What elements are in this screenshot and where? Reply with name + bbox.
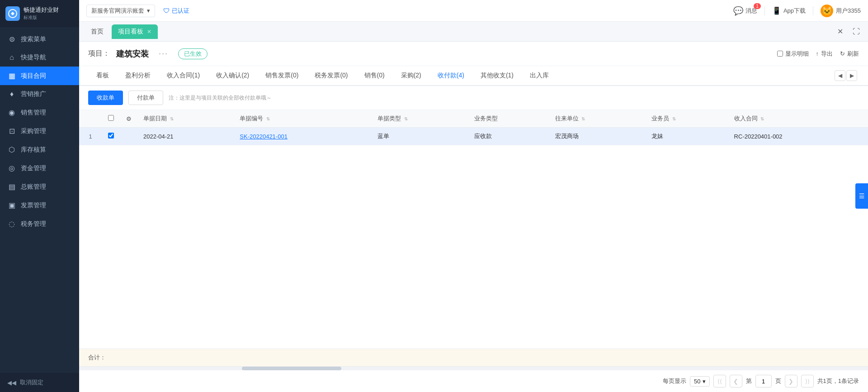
sub-tab-revenue-confirm[interactable]: 收入确认(2) bbox=[208, 66, 257, 86]
filter-bar: 收款单 付款单 注：这里是与项目关联的全部收付款单哦～ bbox=[79, 86, 868, 110]
sub-tab-warehouse[interactable]: 出入库 bbox=[522, 66, 557, 86]
row-type: 蓝单 bbox=[372, 128, 468, 145]
message-button[interactable]: 💬 消息 1 bbox=[733, 6, 757, 16]
sidebar-item-project-contract[interactable]: ▦ 项目合同 bbox=[0, 67, 79, 85]
row-partner: 宏茂商场 bbox=[550, 128, 646, 145]
topbar-right: 💬 消息 1 📱 App下载 🐱 用户3355 bbox=[733, 5, 861, 17]
col-salesperson[interactable]: 业务员 ⇅ bbox=[646, 110, 729, 128]
sidebar-item-marketing[interactable]: ♦ 营销推广 bbox=[0, 85, 79, 103]
account-selector[interactable]: 新服务官网演示账套 ▾ bbox=[86, 5, 155, 17]
project-icon: ▦ bbox=[7, 72, 16, 80]
row-checkbox-cell[interactable] bbox=[102, 128, 120, 145]
sidebar-item-search[interactable]: ⊜ 搜索菜单 bbox=[0, 30, 79, 48]
summary-label: 合计： bbox=[88, 354, 106, 362]
refresh-button[interactable]: ↻ 刷新 bbox=[840, 50, 859, 58]
show-detail-checkbox[interactable]: 显示明细 bbox=[777, 50, 809, 58]
sidebar-item-invoice-mgmt[interactable]: ▣ 发票管理 bbox=[0, 196, 79, 215]
sub-tab-revenue-contract[interactable]: 收入合同(1) bbox=[159, 66, 208, 86]
sub-tab-purchase[interactable]: 采购(2) bbox=[393, 66, 429, 86]
pagination: 每页显示 50 ▾ ⟨⟨ ❮ 第 页 ❯ ⟩⟩ 共1页，1条记录 bbox=[79, 370, 868, 392]
gear-icon[interactable]: ⚙ bbox=[126, 115, 132, 122]
page-size-select[interactable]: 50 ▾ bbox=[690, 376, 709, 387]
user-menu[interactable]: 🐱 用户3355 bbox=[821, 5, 861, 17]
topbar: 新服务官网演示账套 ▾ 🛡 已认证 💬 消息 1 📱 App下载 🐱 用 bbox=[79, 0, 868, 22]
sidebar-item-label: 税务管理 bbox=[21, 220, 46, 228]
unpin-label: 取消固定 bbox=[20, 378, 43, 387]
table-row[interactable]: 1 2022-04-21 SK-20220421-001 蓝单 应收款 宏茂商场… bbox=[79, 128, 868, 145]
sub-tab-kanban[interactable]: 看板 bbox=[88, 66, 117, 86]
col-income-contract[interactable]: 收入合同 ⇅ bbox=[729, 110, 868, 128]
sub-tab-other-expense[interactable]: 其他收支(1) bbox=[472, 66, 522, 86]
sidebar-item-inventory[interactable]: ⬡ 库存核算 bbox=[0, 140, 79, 159]
inventory-icon: ⬡ bbox=[7, 145, 16, 154]
purchase-icon: ⊡ bbox=[7, 127, 16, 135]
page-number-input[interactable] bbox=[755, 375, 772, 387]
horizontal-scrollbar[interactable] bbox=[79, 366, 868, 370]
tab-home-label: 首页 bbox=[91, 28, 104, 36]
tab-home[interactable]: 首页 bbox=[85, 24, 110, 39]
project-more-button[interactable]: ··· bbox=[155, 48, 172, 59]
sub-tabs-next-button[interactable]: ▶ bbox=[846, 70, 857, 81]
right-action-panel[interactable]: ☰ bbox=[855, 183, 868, 209]
sidebar-item-label: 搜索菜单 bbox=[21, 35, 46, 43]
col-gear[interactable]: ⚙ bbox=[120, 110, 138, 128]
app-download-label: App下载 bbox=[783, 7, 806, 15]
tabbar: 首页 项目看板 ✕ ✕ ⛶ bbox=[79, 22, 868, 42]
page-prev-button[interactable]: ❮ bbox=[730, 375, 742, 387]
sort-icon: ⇅ bbox=[760, 116, 764, 121]
receipt-filter-button[interactable]: 收款单 bbox=[88, 91, 123, 105]
page-first-button[interactable]: ⟨⟨ bbox=[713, 375, 726, 387]
shield-icon: 🛡 bbox=[163, 7, 170, 14]
tab-project-board[interactable]: 项目看板 ✕ bbox=[112, 24, 158, 39]
sub-tab-tax-invoice[interactable]: 税务发票(0) bbox=[307, 66, 356, 86]
row-checkbox[interactable] bbox=[108, 133, 114, 139]
sidebar-item-label: 采购管理 bbox=[21, 127, 46, 135]
page-last-button[interactable]: ⟩⟩ bbox=[801, 375, 814, 387]
user-avatar: 🐱 bbox=[821, 5, 833, 17]
sort-icon: ⇅ bbox=[672, 116, 676, 121]
row-gear bbox=[120, 128, 138, 145]
refresh-icon: ↻ bbox=[840, 50, 845, 57]
close-window-button[interactable]: ✕ bbox=[834, 25, 846, 38]
divider bbox=[764, 6, 765, 15]
page-size-chevron: ▾ bbox=[703, 378, 706, 385]
col-code[interactable]: 单据编号 ⇅ bbox=[234, 110, 372, 128]
sub-tab-receipts[interactable]: 收付款(4) bbox=[429, 66, 472, 86]
content-area: 项目： 建筑安装 ··· 已生效 显示明细 ↑ 导出 ↻ 刷新 bbox=[79, 42, 868, 392]
tab-project-board-label: 项目看板 bbox=[118, 28, 143, 36]
sidebar-item-quick-nav[interactable]: ⌂ 快捷导航 bbox=[0, 48, 79, 67]
sub-tabs-prev-button[interactable]: ◀ bbox=[835, 70, 845, 81]
sidebar-item-sales-mgmt[interactable]: ◉ 销售管理 bbox=[0, 103, 79, 122]
sub-tab-profit[interactable]: 盈利分析 bbox=[117, 66, 159, 86]
sidebar-item-tax-mgmt[interactable]: ◌ 税务管理 bbox=[0, 215, 79, 233]
page-next-button[interactable]: ❯ bbox=[785, 375, 797, 387]
row-code[interactable]: SK-20220421-001 bbox=[234, 128, 372, 145]
tab-close-icon[interactable]: ✕ bbox=[147, 29, 151, 35]
data-table-container[interactable]: ⚙ 单据日期 ⇅ 单据编号 ⇅ 单据类型 ⇅ bbox=[79, 110, 868, 349]
select-all-checkbox[interactable] bbox=[108, 115, 114, 121]
app-download-button[interactable]: 📱 App下载 bbox=[772, 6, 806, 15]
export-button[interactable]: ↑ 导出 bbox=[816, 50, 833, 58]
sidebar-item-label: 销售管理 bbox=[21, 109, 46, 117]
sidebar-item-funds-mgmt[interactable]: ◎ 资金管理 bbox=[0, 159, 79, 177]
row-code-link[interactable]: SK-20220421-001 bbox=[240, 133, 288, 140]
user-label: 用户3355 bbox=[836, 7, 861, 15]
sub-tab-sales[interactable]: 销售(0) bbox=[356, 66, 393, 86]
scrollbar-thumb[interactable] bbox=[242, 367, 341, 370]
col-type[interactable]: 单据类型 ⇅ bbox=[372, 110, 468, 128]
fullscreen-button[interactable]: ⛶ bbox=[850, 25, 863, 38]
project-status-badge: 已生效 bbox=[178, 48, 208, 59]
col-partner[interactable]: 往来单位 ⇅ bbox=[550, 110, 646, 128]
show-detail-label: 显示明细 bbox=[785, 50, 809, 58]
sidebar-item-label: 营销推广 bbox=[21, 90, 46, 98]
row-num: 1 bbox=[79, 128, 102, 145]
sidebar-item-purchase-mgmt[interactable]: ⊡ 采购管理 bbox=[0, 122, 79, 140]
payment-filter-button[interactable]: 付款单 bbox=[128, 91, 163, 105]
unpin-button[interactable]: ◀◀ 取消固定 bbox=[0, 373, 79, 392]
home-icon: ⌂ bbox=[7, 53, 16, 62]
sub-tab-sales-invoice[interactable]: 销售发票(0) bbox=[257, 66, 307, 86]
row-biz-type: 应收款 bbox=[469, 128, 550, 145]
sidebar-item-ledger-mgmt[interactable]: ▤ 总账管理 bbox=[0, 177, 79, 196]
col-date[interactable]: 单据日期 ⇅ bbox=[138, 110, 234, 128]
sidebar-item-label: 快捷导航 bbox=[21, 53, 46, 62]
